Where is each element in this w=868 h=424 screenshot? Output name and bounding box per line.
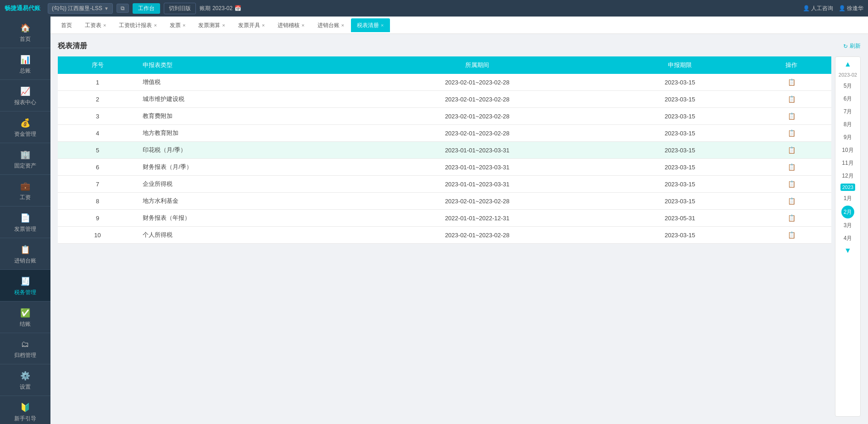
cell-action[interactable]: 📋	[752, 227, 831, 244]
sidebar-item-archive[interactable]: 🗂 归档管理	[0, 333, 50, 364]
top-bar-right: 👤 人工咨询 👤 徐逢华	[803, 5, 863, 12]
sidebar-item-home[interactable]: 🏠 首页	[0, 17, 50, 48]
side-panel-nav-up[interactable]: ▲	[843, 59, 853, 70]
side-panel-month-5[interactable]: 5月	[835, 80, 860, 92]
cell-action[interactable]: 📋	[752, 125, 831, 142]
tab-invoice-open-close[interactable]: ×	[262, 22, 265, 28]
action-view-icon[interactable]: 📋	[788, 214, 796, 222]
table-row: 6财务报表（月/季）2023-01-01~2023-03-312023-03-1…	[58, 159, 831, 176]
side-panel-month-11[interactable]: 11月	[835, 157, 860, 169]
sidebar-label-salary: 工资	[20, 194, 31, 201]
tab-salary-stat-close[interactable]: ×	[154, 22, 156, 28]
col-action: 操作	[752, 56, 831, 74]
refresh-button[interactable]: ↻ 刷新	[843, 42, 861, 50]
action-view-icon[interactable]: 📋	[788, 146, 796, 154]
calendar-icon[interactable]: 📅	[234, 5, 241, 11]
tab-purchase-ledger-close[interactable]: ×	[341, 22, 344, 28]
sidebar-item-asset[interactable]: 🏢 固定资产	[0, 143, 50, 175]
tab-purchase-check-label: 进销稽核	[278, 22, 300, 29]
cell-action[interactable]: 📋	[752, 176, 831, 193]
sidebar-item-ledger[interactable]: 📊 总账	[0, 48, 50, 80]
sidebar-item-invoice[interactable]: 📄 发票管理	[0, 206, 50, 238]
tab-tax-clearance-close[interactable]: ×	[381, 22, 384, 28]
cell-action[interactable]: 📋	[752, 193, 831, 210]
sidebar-item-report[interactable]: 📈 报表中心	[0, 80, 50, 112]
cell-action[interactable]: 📋	[752, 91, 831, 108]
side-panel-month-2-current[interactable]: 2月	[841, 206, 854, 218]
cell-index: 9	[58, 210, 137, 227]
side-panel-month-4[interactable]: 4月	[835, 232, 860, 245]
tab-invoice-open[interactable]: 发票开具 ×	[232, 18, 271, 32]
guide-icon: 🔰	[20, 402, 30, 413]
tab-tax-clearance[interactable]: 税表清册 ×	[351, 18, 389, 32]
ai-consult-button[interactable]: 👤 人工咨询	[803, 5, 833, 12]
tab-salary-stat[interactable]: 工资统计报表 ×	[113, 18, 162, 32]
sidebar-label-guide: 新手引导	[14, 415, 36, 423]
user-avatar-icon: 👤	[839, 5, 846, 11]
action-view-icon[interactable]: 📋	[788, 95, 796, 103]
user-menu[interactable]: 👤 徐逢华	[839, 5, 863, 12]
switch-version-button[interactable]: 切到旧版	[164, 3, 196, 14]
side-panel-month-12[interactable]: 12月	[835, 170, 860, 182]
action-view-icon[interactable]: 📋	[788, 112, 796, 120]
action-view-icon[interactable]: 📋	[788, 129, 796, 137]
cell-action[interactable]: 📋	[752, 159, 831, 176]
side-panel-nav-down[interactable]: ▼	[843, 245, 853, 256]
cell-action[interactable]: 📋	[752, 108, 831, 125]
app-logo: 畅捷通易代账	[5, 4, 40, 12]
company-selector[interactable]: (勾勾) 江西服垦-LSS ▼	[48, 3, 113, 14]
main-layout: 🏠 首页 📊 总账 📈 报表中心 💰 资金管理 🏢 固定资产 💼 工资 📄 发票…	[0, 17, 868, 424]
cell-period: 2023-02-01~2023-02-28	[346, 108, 608, 125]
side-panel-month-6[interactable]: 6月	[835, 93, 860, 105]
tab-invoice[interactable]: 发票 ×	[164, 18, 191, 32]
action-view-icon[interactable]: 📋	[788, 78, 796, 86]
purchase-icon: 📋	[20, 245, 30, 255]
side-panel-month-1[interactable]: 1月	[835, 192, 860, 205]
home-icon: 🏠	[20, 23, 30, 33]
sidebar-item-fund[interactable]: 💰 资金管理	[0, 112, 50, 143]
sidebar-item-purchase[interactable]: 📋 进销台账	[0, 238, 50, 270]
action-view-icon[interactable]: 📋	[788, 197, 796, 205]
tab-invoice-calc-label: 发票测算	[198, 22, 220, 29]
action-view-icon[interactable]: 📋	[788, 163, 796, 171]
tab-invoice-calc[interactable]: 发票测算 ×	[192, 18, 231, 32]
sidebar-item-settings[interactable]: ⚙️ 设置	[0, 364, 50, 396]
workspace-button[interactable]: 工作台	[133, 3, 160, 14]
asset-icon: 🏢	[20, 150, 30, 160]
copy-button[interactable]: ⧉	[117, 4, 129, 13]
side-panel-month-10[interactable]: 10月	[835, 144, 860, 156]
cell-type: 财务报表（年报）	[137, 210, 346, 227]
page-header: 税表清册 ↻ 刷新	[58, 41, 861, 51]
side-panel-month-9[interactable]: 9月	[835, 131, 860, 144]
side-panel-month-3[interactable]: 3月	[835, 219, 860, 232]
content-area: 首页 工资表 × 工资统计报表 × 发票 × 发票测算 × 发票开具 ×	[50, 17, 868, 424]
cell-deadline: 2023-03-15	[608, 193, 751, 210]
cell-period: 2023-02-01~2023-02-28	[346, 74, 608, 91]
sidebar-item-closing[interactable]: ✅ 结账	[0, 301, 50, 333]
side-panel-month-7[interactable]: 7月	[835, 106, 860, 118]
cell-action[interactable]: 📋	[752, 210, 831, 227]
tab-purchase-check[interactable]: 进销稽核 ×	[272, 18, 310, 32]
tab-invoice-calc-close[interactable]: ×	[222, 22, 225, 28]
sidebar-item-guide[interactable]: 🔰 新手引导	[0, 396, 50, 424]
tab-home[interactable]: 首页	[55, 18, 78, 32]
action-view-icon[interactable]: 📋	[788, 231, 796, 239]
sidebar-item-salary[interactable]: 💼 工资	[0, 175, 50, 206]
tab-invoice-close[interactable]: ×	[183, 22, 185, 28]
refresh-label: 刷新	[850, 42, 861, 50]
tab-salary-table[interactable]: 工资表 ×	[79, 18, 112, 32]
side-panel-month-8[interactable]: 8月	[835, 118, 860, 131]
tab-purchase-check-close[interactable]: ×	[301, 22, 304, 28]
cell-deadline: 2023-03-15	[608, 142, 751, 159]
tab-purchase-ledger[interactable]: 进销台账 ×	[312, 18, 350, 32]
tab-invoice-label: 发票	[170, 22, 181, 29]
cell-action[interactable]: 📋	[752, 142, 831, 159]
sidebar-item-tax[interactable]: 🧾 税务管理	[0, 270, 50, 301]
cell-type: 财务报表（月/季）	[137, 159, 346, 176]
tab-salary-table-close[interactable]: ×	[103, 22, 106, 28]
action-view-icon[interactable]: 📋	[788, 180, 796, 188]
table-row: 1增值税2023-02-01~2023-02-282023-03-15📋	[58, 74, 831, 91]
cell-period: 2023-02-01~2023-02-28	[346, 125, 608, 142]
cell-action[interactable]: 📋	[752, 74, 831, 91]
tab-salary-stat-label: 工资统计报表	[119, 22, 152, 29]
